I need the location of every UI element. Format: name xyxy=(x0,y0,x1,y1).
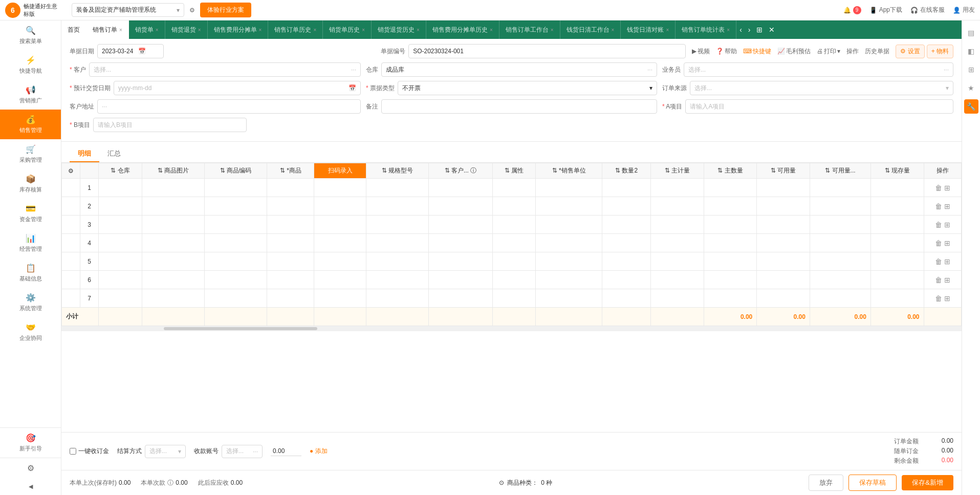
right-tool-3[interactable]: ⊞ xyxy=(964,62,978,77)
order-source-input[interactable]: 选择... ▾ xyxy=(690,81,953,95)
tab-credit-daily-reconcile[interactable]: 钱货日清对账 × xyxy=(621,20,676,39)
col-available[interactable]: ⇅ 可用量 xyxy=(757,163,810,179)
checkout-checkbox[interactable] xyxy=(70,448,76,455)
tab-close-expense-history[interactable]: × xyxy=(490,27,493,33)
tab-detail[interactable]: 明细 xyxy=(70,146,99,162)
col-product-code[interactable]: ⇅ 商品编码 xyxy=(205,163,267,179)
profit-btn[interactable]: 📈 毛利预估 xyxy=(777,47,811,56)
discard-button[interactable]: 放弃 xyxy=(809,475,843,491)
tab-close-summary[interactable]: × xyxy=(727,27,730,33)
copy-row-3[interactable]: ⊞ xyxy=(944,221,950,229)
view-btn[interactable]: ▶ 视频 xyxy=(692,47,710,56)
notification-item[interactable]: 🔔 9 xyxy=(843,6,861,14)
sidebar-item-inventory[interactable]: 📦 库存核算 xyxy=(0,169,61,199)
tab-close-sales-return[interactable]: × xyxy=(198,27,201,33)
col-attribute[interactable]: ⇅ 属性 xyxy=(492,163,536,179)
add-material-button[interactable]: + 物料 xyxy=(927,45,953,58)
tab-sales-summary[interactable]: 销售订单统计表 × xyxy=(676,20,736,39)
sidebar-bottom-settings[interactable]: ⚙ xyxy=(0,458,61,478)
right-tool-4[interactable]: ★ xyxy=(964,81,978,95)
tab-close-sales-invoice[interactable]: × xyxy=(156,27,159,33)
col-product[interactable]: ⇅ *商品 xyxy=(267,163,314,179)
tab-sales-invoice-history[interactable]: 销货单历史 × xyxy=(323,20,372,39)
project-b-input[interactable]: 请输入B项目 xyxy=(93,118,247,132)
one-click-checkout[interactable]: 一键收订金 xyxy=(70,447,109,456)
print-btn[interactable]: 🖨 打印 ▾ xyxy=(817,47,840,56)
col-qty2[interactable]: ⇅ 数量2 xyxy=(602,163,650,179)
account-select[interactable]: 选择... ··· xyxy=(222,445,263,458)
amount-input[interactable]: 0.00 xyxy=(271,446,301,456)
sidebar-item-finance[interactable]: 💳 资金管理 xyxy=(0,199,61,228)
col-customer-info[interactable]: ⇅ 客户... ⓘ xyxy=(429,163,492,179)
tab-home[interactable]: 首页 xyxy=(61,20,86,39)
sidebar-item-operation[interactable]: 📊 经营管理 xyxy=(0,228,61,258)
copy-row-1[interactable]: ⊞ xyxy=(944,184,950,192)
tab-close-workbench[interactable]: × xyxy=(551,27,554,33)
system-selector[interactable]: 装备及固定资产辅助管理系统 ▾ xyxy=(72,3,184,17)
col-main-qty[interactable]: ⇅ 主数量 xyxy=(704,163,757,179)
history-btn[interactable]: 历史单据 xyxy=(865,47,889,56)
copy-row-2[interactable]: ⊞ xyxy=(944,202,950,210)
sidebar-item-basic[interactable]: 📋 基础信息 xyxy=(0,258,61,288)
settings-button[interactable]: ⚙ 设置 xyxy=(896,45,924,58)
tab-sales-expense-history[interactable]: 销售费用分摊单历史 × xyxy=(426,20,499,39)
tab-sales-order[interactable]: 销售订单 × xyxy=(86,20,129,39)
col-warehouse[interactable]: ⇅ 仓库 xyxy=(99,163,142,179)
col-available2[interactable]: ⇅ 可用量... xyxy=(810,163,870,179)
user-item[interactable]: 👤 用友 xyxy=(953,6,975,14)
tab-sales-workbench[interactable]: 销售订单工作台 × xyxy=(499,20,560,39)
tab-sales-order-history[interactable]: 销售订单历史 × xyxy=(268,20,323,39)
sidebar-item-marketing[interactable]: 📢 营销推广 xyxy=(0,80,61,110)
tab-close-reconcile[interactable]: × xyxy=(666,27,669,33)
col-main-unit[interactable]: ⇅ 主计量 xyxy=(651,163,704,179)
warehouse-input[interactable]: 成品库 ··· xyxy=(381,62,657,77)
date-input[interactable]: 2023-03-24 📅 xyxy=(97,44,164,58)
tab-close-order-history[interactable]: × xyxy=(313,27,316,33)
sidebar-item-guide[interactable]: 🎯 新手引导 xyxy=(0,427,61,458)
delete-row-4[interactable]: 🗑 xyxy=(935,239,942,247)
tab-sales-invoice[interactable]: 销货单 × xyxy=(129,20,165,39)
sidebar-item-sales[interactable]: 💰 销售管理 xyxy=(0,110,61,139)
right-tool-5[interactable]: 🔧 xyxy=(964,99,978,114)
online-service-item[interactable]: 🎧 在线客服 xyxy=(910,6,945,14)
right-tool-1[interactable]: ▤ xyxy=(964,26,978,40)
tab-close-credit-daily[interactable]: × xyxy=(612,27,615,33)
col-settings[interactable]: ⚙ xyxy=(62,163,80,179)
tab-sales-return[interactable]: 销货退货 × xyxy=(165,20,208,39)
project-a-input[interactable]: 请输入A项目 xyxy=(685,99,953,114)
col-spec[interactable]: ⇅ 规格型号 xyxy=(366,163,428,179)
shortcut-btn[interactable]: ⌨ 快捷键 xyxy=(743,47,771,56)
order-num-input[interactable]: SO-20230324-001 xyxy=(408,44,686,58)
tab-close-invoice-history[interactable]: × xyxy=(362,27,365,33)
col-sales-unit[interactable]: ⇅ *销售单位 xyxy=(536,163,602,179)
tab-close-return-history[interactable]: × xyxy=(417,27,420,33)
payment-method-select[interactable]: 选择... ▾ xyxy=(145,445,186,458)
tab-credit-daily-workbench[interactable]: 钱货日清工作台 × xyxy=(560,20,621,39)
customer-input[interactable]: 选择... ··· xyxy=(89,62,361,77)
note-input[interactable] xyxy=(381,99,657,114)
sidebar-item-purchase[interactable]: 🛒 采购管理 xyxy=(0,139,61,169)
col-current-stock[interactable]: ⇅ 现存量 xyxy=(870,163,924,179)
save-draft-button[interactable]: 保存草稿 xyxy=(848,475,897,491)
sidebar-item-enterprise[interactable]: 🤝 企业协同 xyxy=(0,317,61,347)
tab-sales-return-history[interactable]: 销货退货历史 × xyxy=(372,20,426,39)
tab-close-expense-split[interactable]: × xyxy=(259,27,262,33)
settings-icon[interactable]: ⚙ xyxy=(189,7,195,14)
tab-close-all-btn[interactable]: ✕ xyxy=(766,26,778,34)
operation-btn[interactable]: 操作 xyxy=(846,47,859,56)
tab-close-sales-order[interactable]: × xyxy=(119,27,122,33)
app-download-item[interactable]: 📱 App下载 xyxy=(869,6,902,14)
sidebar-collapse[interactable]: ◀ xyxy=(0,478,61,495)
tab-summary[interactable]: 汇总 xyxy=(99,146,129,162)
save-new-button[interactable]: 保存&新增 xyxy=(902,475,953,490)
scroll-bar[interactable] xyxy=(61,326,962,331)
tab-sales-expense-split[interactable]: 销售费用分摊单 × xyxy=(208,20,269,39)
tab-prev-btn[interactable]: ‹ xyxy=(736,26,745,34)
copy-row-5[interactable]: ⊞ xyxy=(944,257,950,266)
right-tool-2[interactable]: ◧ xyxy=(964,44,978,58)
col-product-image[interactable]: ⇅ 商品图片 xyxy=(142,163,204,179)
delete-row-6[interactable]: 🗑 xyxy=(935,276,942,284)
tab-expand-btn[interactable]: ⊞ xyxy=(753,26,766,34)
invoice-type-select[interactable]: 不开票 ▾ xyxy=(398,81,657,95)
trial-button[interactable]: 体验行业方案 xyxy=(200,3,251,17)
